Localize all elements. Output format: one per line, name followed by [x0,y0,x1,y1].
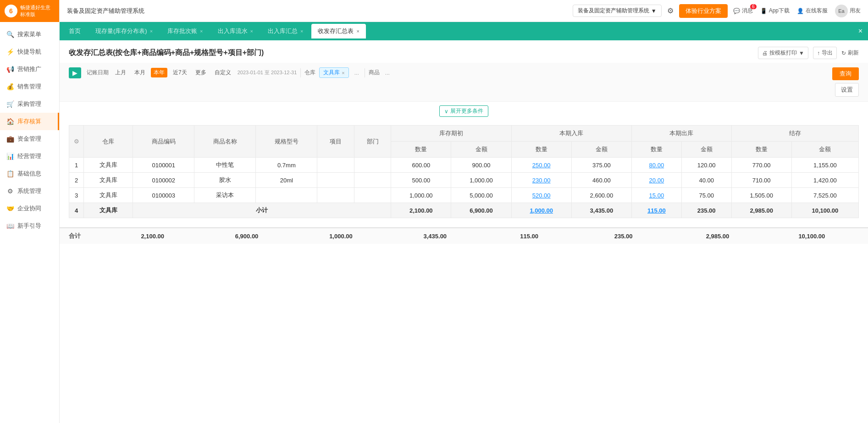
print-button[interactable]: 🖨 按模板打印 ▼ [758,47,808,59]
sidebar-item-purchase[interactable]: 🛒采购管理 [0,95,59,113]
expand-more-row: ∨ 展开更多条件 [60,102,868,121]
refresh-button[interactable]: ↻ 刷新 [841,49,859,57]
warehouse-filter-label: 仓库 [304,69,315,77]
row-out-qty[interactable]: 15.00 [631,188,681,203]
row-bal-amt: 1,420.00 [791,173,858,188]
message-icon: 💬 [733,8,740,14]
user-action[interactable]: Ea 用友 [835,5,861,17]
tab-in-out-summary[interactable]: 出入库汇总 × [261,24,310,38]
date-label: 记账日期 [87,69,109,77]
row-out-amt: 75.00 [681,188,731,203]
row-warehouse: 文具库 [84,188,133,203]
sidebar-icon-sales: 💰 [6,83,14,90]
row-in-qty[interactable]: 520.00 [511,188,571,203]
close-all-tabs[interactable]: × [855,27,866,35]
tab-home[interactable]: 首页 [62,24,87,38]
sidebar: 6 畅捷通好生意 标准版 🔍搜索菜单⚡快捷导航📢营销推广💰销售管理🛒采购管理🏠库… [0,0,60,423]
bal-amt-header: 金额 [791,142,858,158]
warehouse-more-btn[interactable]: ... [353,69,361,77]
this-year-btn[interactable]: 本年 [151,68,167,77]
table-row: 2 文具库 0100002 胶水 20ml 500.00 1,000.00 23… [69,173,859,188]
trial-button[interactable]: 体验行业方案 [679,4,728,18]
row-code: 0100003 [133,188,194,203]
row-in-qty[interactable]: 230.00 [511,173,571,188]
row-dept [354,173,391,188]
more-date-btn[interactable]: 更多 [193,68,209,77]
row-project [317,173,354,188]
sidebar-label-guide: 新手引导 [17,222,41,230]
col-settings-header[interactable]: ⚙ [69,126,84,158]
online-service-action[interactable]: 👤 在线客服 [797,7,828,15]
sidebar-item-finance[interactable]: 💼资金管理 [0,130,59,148]
row-in-amt: 2,600.00 [571,188,631,203]
tab-batch[interactable]: 库存批次账 × [161,24,209,38]
total-values: 2,100.00 6,900.00 1,000.00 3,435.00 115.… [105,233,859,240]
export-icon: ↑ [817,50,820,56]
sidebar-item-enterprise[interactable]: 🤝企业协同 [0,200,59,217]
filter-settings-button[interactable]: 设置 [835,83,859,97]
sidebar-item-guide[interactable]: 📖新手引导 [0,217,59,235]
last-month-btn[interactable]: 上月 [112,68,129,77]
tab-in-out-summary-close[interactable]: × [300,28,303,34]
tab-inventory-dist-close[interactable]: × [150,28,153,34]
this-month-btn[interactable]: 本月 [132,68,148,77]
sidebar-label-system: 系统管理 [17,187,41,195]
tab-batch-close[interactable]: × [200,28,203,34]
row-bal-qty: 1,505.00 [731,188,791,203]
row-out-amt: 120.00 [681,158,731,173]
begin-qty-header: 数量 [391,142,451,158]
period-out-header: 本期出库 [631,126,731,142]
total-bal-amt: 10,100.00 [765,233,859,240]
sidebar-item-system[interactable]: ⚙系统管理 [0,182,59,200]
sidebar-item-search[interactable]: 🔍搜索菜单 [0,26,59,43]
filter-toggle-button[interactable]: ▶ [69,67,81,78]
total-in-qty: 1,000.00 [294,233,388,240]
row-in-qty[interactable]: 250.00 [511,158,571,173]
row-name: 采访本 [194,188,256,203]
sidebar-item-base-info[interactable]: 📋基础信息 [0,165,59,182]
total-in-amt: 3,435.00 [388,233,482,240]
tab-in-out-flow[interactable]: 出入库流水 × [211,24,260,38]
app-edition: 标准版 [20,11,50,18]
row-dept [354,158,391,173]
sidebar-item-inventory[interactable]: 🏠库存核算 [0,113,59,130]
gear-icon[interactable]: ⚙ [667,6,674,15]
goods-more-btn[interactable]: ... [383,69,392,77]
system-dropdown[interactable]: 装备及固定资产辅助管理系统 ▼ [573,5,662,17]
query-button[interactable]: 查询 [832,67,859,80]
row-out-qty[interactable]: 20.00 [631,173,681,188]
tab-io-summary[interactable]: 收发存汇总表 × [311,24,365,38]
sidebar-icon-inventory: 🏠 [6,118,14,125]
sidebar-item-operation[interactable]: 📊经营管理 [0,148,59,165]
subtotal-bal-qty: 2,985.00 [731,203,791,218]
tab-in-out-flow-close[interactable]: × [250,28,253,34]
tab-inventory-dist[interactable]: 现存量(库存分布表) × [89,24,159,38]
logo-area: 6 畅捷通好生意 标准版 [0,0,59,22]
row-begin-amt: 1,000.00 [451,173,511,188]
row-in-amt: 460.00 [571,173,631,188]
sidebar-item-quick-nav[interactable]: ⚡快捷导航 [0,43,59,60]
app-download-action[interactable]: 📱 App下载 [760,7,790,15]
warehouse-tag[interactable]: 文具库 × [319,67,348,78]
messages-action[interactable]: 💬 消息 6 [733,7,753,15]
expand-more-button[interactable]: ∨ 展开更多条件 [439,105,488,117]
service-icon: 👤 [797,8,804,14]
sidebar-label-operation: 经营管理 [17,152,41,160]
bottom-bar: 合计 2,100.00 6,900.00 1,000.00 3,435.00 1… [60,227,868,244]
sidebar-item-sales[interactable]: 💰销售管理 [0,78,59,95]
row-bal-qty: 710.00 [731,173,791,188]
table-header-row-1: ⚙ 仓库 商品编码 商品名称 规格型号 项目 部门 库存期初 本期入库 本期出库… [69,126,859,142]
recent7-btn[interactable]: 近7天 [170,68,190,77]
date-range-buttons: 上月 本月 本年 近7天 更多 自定义 [112,68,234,77]
warehouse-tag-close[interactable]: × [342,70,344,76]
row-out-qty[interactable]: 80.00 [631,158,681,173]
tab-io-summary-close[interactable]: × [356,28,359,34]
row-no: 2 [69,173,84,188]
row-begin-qty: 500.00 [391,173,451,188]
print-label: 按模板打印 [769,49,797,57]
sidebar-item-marketing[interactable]: 📢营销推广 [0,60,59,78]
export-button[interactable]: ↑ 导出 [813,47,837,59]
custom-date-btn[interactable]: 自定义 [212,68,234,77]
warehouse-tag-text: 文具库 [323,69,340,77]
sidebar-icon-base-info: 📋 [6,170,14,177]
